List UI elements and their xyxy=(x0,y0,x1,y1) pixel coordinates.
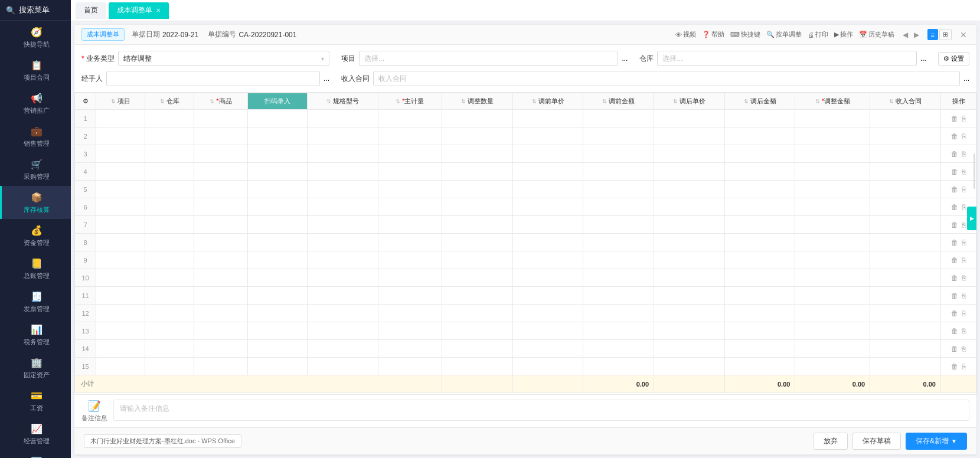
row-9-scan[interactable] xyxy=(247,251,307,269)
row-3-after-price[interactable] xyxy=(654,145,725,163)
row-13-unit[interactable] xyxy=(378,322,442,340)
row-5-prev-amount[interactable] xyxy=(583,181,654,198)
sidebar-item-finance-mgmt[interactable]: 💰 资金管理 xyxy=(0,219,71,252)
row-15-prev-amount[interactable] xyxy=(583,358,654,375)
sidebar-item-sales-promotion[interactable]: 📢 营销推广 xyxy=(0,87,71,120)
sidebar-item-tax-mgmt[interactable]: 📊 税务管理 xyxy=(0,318,71,351)
delete-row-5-icon[interactable]: 🗑 xyxy=(951,185,958,194)
row-6-scan[interactable] xyxy=(247,198,307,216)
row-13-income-contract[interactable] xyxy=(870,322,941,340)
row-12-after-amount[interactable] xyxy=(724,305,795,322)
review-adjust-action[interactable]: 🔍 按单调整 xyxy=(766,30,802,39)
row-11-qty[interactable] xyxy=(442,287,513,305)
row-15-after-amount[interactable] xyxy=(724,358,795,375)
sidebar-item-project-contract[interactable]: 📋 项目合同 xyxy=(0,54,71,87)
col-income-contract[interactable]: ⇅ 收入合同 xyxy=(870,93,941,110)
row-1-project[interactable] xyxy=(96,110,145,127)
row-13-project[interactable] xyxy=(96,322,145,340)
right-float-btn[interactable]: ▶ xyxy=(967,207,976,230)
row-12-warehouse[interactable] xyxy=(145,305,194,322)
row-12-qty[interactable] xyxy=(442,305,513,322)
row-1-scan[interactable] xyxy=(247,110,307,127)
row-8-warehouse[interactable] xyxy=(145,234,194,251)
biz-type-input[interactable]: 结存调整 ▾ xyxy=(118,51,329,66)
row-4-warehouse[interactable] xyxy=(145,163,194,181)
sidebar-item-fixed-assets[interactable]: 🏢 固定资产 xyxy=(0,351,71,384)
row-4-income-contract[interactable] xyxy=(870,163,941,181)
row-13-goods[interactable] xyxy=(194,322,247,340)
save-draft-button[interactable]: 保存草稿 xyxy=(852,433,901,450)
row-8-spec[interactable] xyxy=(307,234,378,251)
sidebar-item-quick-nav[interactable]: 🧭 快捷导航 xyxy=(0,21,71,54)
col-unit[interactable]: ⇅ *主计量 xyxy=(378,93,442,110)
gear-col-header[interactable]: ⚙ xyxy=(75,93,96,110)
row-14-income-contract[interactable] xyxy=(870,340,941,358)
row-8-project[interactable] xyxy=(96,234,145,251)
row-5-prev-price[interactable] xyxy=(512,181,583,198)
row-9-unit[interactable] xyxy=(378,251,442,269)
copy-row-13-icon[interactable]: ⎘ xyxy=(962,327,966,335)
row-3-prev-price[interactable] xyxy=(512,145,583,163)
tab-home[interactable]: 首页 xyxy=(76,2,106,19)
row-1-prev-amount[interactable] xyxy=(583,110,654,127)
row-8-after-amount[interactable] xyxy=(724,234,795,251)
row-11-adjust-amount[interactable] xyxy=(795,287,870,305)
copy-row-2-icon[interactable]: ⎘ xyxy=(962,132,966,140)
row-15-scan[interactable] xyxy=(247,358,307,375)
row-2-prev-price[interactable] xyxy=(512,127,583,145)
delete-row-2-icon[interactable]: 🗑 xyxy=(951,132,958,140)
row-10-unit[interactable] xyxy=(378,269,442,287)
sidebar-item-ops-mgmt[interactable]: 📈 经营管理 xyxy=(0,417,71,450)
delete-row-9-icon[interactable]: 🗑 xyxy=(951,256,958,264)
row-11-income-contract[interactable] xyxy=(870,287,941,305)
row-4-qty[interactable] xyxy=(442,163,513,181)
shortcut-action[interactable]: ⌨ 快捷键 xyxy=(730,30,760,39)
row-9-after-price[interactable] xyxy=(654,251,725,269)
row-6-warehouse[interactable] xyxy=(145,198,194,216)
row-13-prev-amount[interactable] xyxy=(583,322,654,340)
row-8-prev-amount[interactable] xyxy=(583,234,654,251)
delete-row-14-icon[interactable]: 🗑 xyxy=(951,345,958,353)
row-15-unit[interactable] xyxy=(378,358,442,375)
row-4-scan[interactable] xyxy=(247,163,307,181)
row-2-qty[interactable] xyxy=(442,127,513,145)
row-7-adjust-amount[interactable] xyxy=(795,216,870,234)
scroll-bar[interactable] xyxy=(974,153,975,189)
row-12-prev-amount[interactable] xyxy=(583,305,654,322)
delete-row-15-icon[interactable]: 🗑 xyxy=(951,362,958,371)
row-9-prev-amount[interactable] xyxy=(583,251,654,269)
sidebar-item-salary[interactable]: 💳 工资 xyxy=(0,384,71,417)
col-prev-price[interactable]: ⇅ 调前单价 xyxy=(512,93,583,110)
row-8-unit[interactable] xyxy=(378,234,442,251)
row-10-spec[interactable] xyxy=(307,269,378,287)
row-12-scan[interactable] xyxy=(247,305,307,322)
col-after-price[interactable]: ⇅ 调后单价 xyxy=(654,93,725,110)
row-2-after-amount[interactable] xyxy=(724,127,795,145)
col-qty[interactable]: ⇅ 调整数量 xyxy=(442,93,513,110)
row-6-after-amount[interactable] xyxy=(724,198,795,216)
row-14-after-price[interactable] xyxy=(654,340,725,358)
col-after-amount[interactable]: ⇅ 调后金额 xyxy=(724,93,795,110)
row-12-prev-price[interactable] xyxy=(512,305,583,322)
row-1-qty[interactable] xyxy=(442,110,513,127)
row-8-qty[interactable] xyxy=(442,234,513,251)
sidebar-item-basic-info[interactable]: ℹ️ 基础信息 xyxy=(0,450,71,458)
row-10-scan[interactable] xyxy=(247,269,307,287)
row-8-income-contract[interactable] xyxy=(870,234,941,251)
tab-cost-adjust[interactable]: 成本调整单 ✕ xyxy=(109,2,169,19)
row-13-spec[interactable] xyxy=(307,322,378,340)
copy-row-14-icon[interactable]: ⎘ xyxy=(962,345,966,353)
row-7-goods[interactable] xyxy=(194,216,247,234)
project-more[interactable]: ... xyxy=(622,54,628,63)
row-1-adjust-amount[interactable] xyxy=(795,110,870,127)
row-3-warehouse[interactable] xyxy=(145,145,194,163)
row-10-goods[interactable] xyxy=(194,269,247,287)
view-action[interactable]: 👁 视频 xyxy=(675,30,696,39)
copy-row-15-icon[interactable]: ⎘ xyxy=(962,362,966,371)
row-7-prev-price[interactable] xyxy=(512,216,583,234)
row-13-scan[interactable] xyxy=(247,322,307,340)
row-14-prev-amount[interactable] xyxy=(583,340,654,358)
row-5-adjust-amount[interactable] xyxy=(795,181,870,198)
row-10-prev-price[interactable] xyxy=(512,269,583,287)
col-spec[interactable]: ⇅ 规格型号 xyxy=(307,93,378,110)
